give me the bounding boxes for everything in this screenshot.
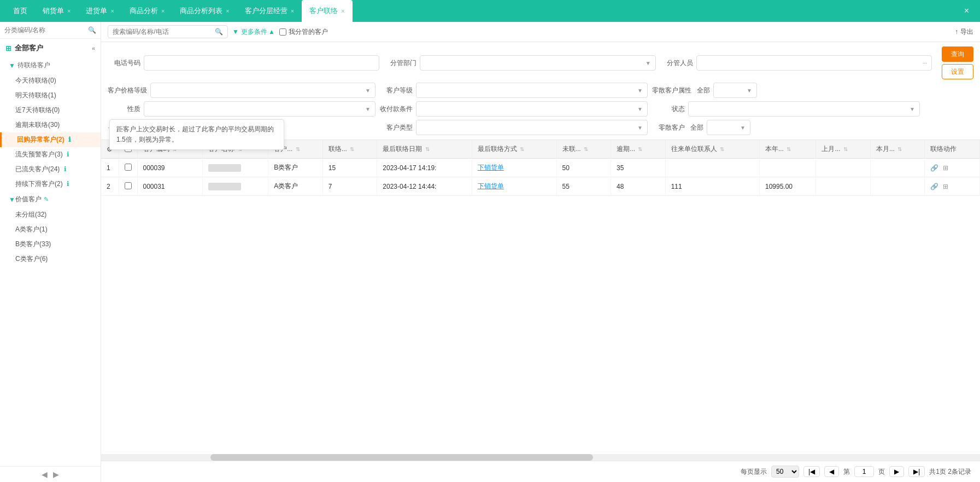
cell-actions: 🔗 ⊞ [925, 159, 980, 177]
search-icon[interactable]: 🔍 [215, 28, 223, 36]
sidebar-collapse-button[interactable]: ◀ [42, 470, 48, 479]
manager-select[interactable]: ··· [696, 55, 932, 71]
sidebar-search-input[interactable] [4, 26, 88, 34]
my-customers-checkbox[interactable]: 我分管的客户 [279, 27, 328, 37]
chevron-down-icon: ▼ [637, 88, 643, 94]
edit-icon[interactable]: ✎ [44, 196, 49, 203]
filter-cell-dept: 分管部门 ▼ [384, 55, 655, 71]
col-last-contact-method[interactable]: 最后联络方式 ⇅ [472, 140, 556, 159]
sidebar-item-declining[interactable]: 持续下滑客户(2) ℹ [0, 177, 101, 191]
price-level-select[interactable]: ▼ [150, 83, 375, 98]
payment-select[interactable]: ▼ [416, 101, 648, 117]
more-conditions-button[interactable]: ▼ 更多条件 ▲ [232, 27, 275, 37]
cell-num: 2 [101, 177, 119, 196]
setting-button[interactable]: 设置 [942, 64, 973, 79]
sidebar-item-ungrouped[interactable]: 未分组(32) [0, 207, 101, 222]
sidebar-item-class-a[interactable]: A类客户(1) [0, 222, 101, 237]
sidebar-item-tomorrow[interactable]: 明天待联络(1) [0, 88, 101, 103]
close-icon[interactable]: × [291, 8, 294, 14]
sidebar-item-class-c[interactable]: C类客户(6) [0, 252, 101, 266]
cell-uncontacted: 50 [556, 159, 611, 177]
export-button[interactable]: ↑ 导出 [955, 27, 973, 37]
col-overdue[interactable]: 逾期... ⇅ [611, 140, 666, 159]
sort-icon: ⇅ [638, 146, 642, 152]
sidebar-item-class-b[interactable]: B类客户(33) [0, 237, 101, 252]
col-last-contact-date[interactable]: 最后联络日期 ⇅ [377, 140, 472, 159]
link-action-icon[interactable]: 🔗 [930, 183, 938, 190]
search-icon[interactable]: 🔍 [88, 26, 96, 34]
retail-customer-select[interactable]: ▼ [707, 120, 750, 135]
dept-select[interactable]: ▼ [420, 55, 655, 71]
my-customers-check[interactable] [279, 28, 286, 36]
sidebar-value-customer-group[interactable]: ▼ 价值客户 ✎ [0, 191, 101, 207]
sidebar-item-churn-warning[interactable]: 流失预警客户(3) ℹ [0, 147, 101, 162]
next-page-button[interactable]: ▶ [889, 466, 904, 477]
prev-page-button[interactable]: ◀ [824, 466, 839, 477]
filter-row-3: 性质 ▼ 收付款条件 ▼ 状态 [108, 101, 973, 117]
col-unit-contact[interactable]: 往来单位联系人 ⇅ [665, 140, 759, 159]
sort-icon: ⇅ [425, 146, 430, 152]
status-select[interactable]: ▼ [688, 101, 920, 117]
close-icon[interactable]: × [67, 8, 71, 14]
sidebar-expand-button[interactable]: ▶ [53, 470, 59, 479]
grid-action-icon[interactable]: ⊞ [943, 183, 948, 190]
close-icon[interactable]: × [110, 8, 114, 14]
col-contact-count[interactable]: 联络... ⇅ [322, 140, 377, 159]
grid-action-icon[interactable]: ⊞ [943, 164, 948, 172]
collapse-icon[interactable]: « [92, 45, 95, 51]
retail-customer-value: 全部 [690, 123, 703, 132]
nav-customer-layer[interactable]: 客户分层经营 × [237, 0, 302, 22]
action-icons-group: 🔗 ⊞ [930, 164, 974, 172]
col-uncontacted[interactable]: 未联... ⇅ [556, 140, 611, 159]
close-icon[interactable]: × [161, 8, 165, 14]
cell-this-year: 10995.00 [759, 177, 815, 196]
first-page-button[interactable]: |◀ [803, 466, 820, 477]
info-icon: ℹ [64, 165, 67, 173]
sidebar-item-7days[interactable]: 近7天待联络(0) [0, 103, 101, 118]
chevron-down-icon: ▼ [909, 106, 915, 112]
nature-select[interactable]: ▼ [144, 101, 375, 117]
customer-name-blurred [208, 183, 241, 190]
nav-home[interactable]: 首页 [5, 0, 35, 22]
scrollbar-thumb[interactable] [210, 454, 593, 461]
nav-customer-contact[interactable]: 客户联络 × [302, 0, 352, 22]
cell-overdue: 35 [611, 159, 666, 177]
horizontal-scrollbar[interactable] [101, 454, 980, 461]
sidebar-item-overdue[interactable]: 逾期未联络(30) [0, 118, 101, 132]
close-all-button[interactable]: × [964, 6, 969, 16]
sort-icon: ⇅ [787, 146, 791, 152]
last-page-button[interactable]: ▶| [908, 466, 925, 477]
row-checkbox[interactable] [125, 164, 132, 171]
sidebar-item-today[interactable]: 今天待联络(0) [0, 73, 101, 88]
filter-cell-price-level: 客户价格等级 ▼ [108, 83, 375, 98]
nav-sales[interactable]: 销货单 × [35, 0, 78, 22]
customer-level-select[interactable]: ▼ [416, 83, 648, 98]
all-customers-title[interactable]: ⊞ 全部客户 « [0, 39, 101, 57]
col-this-month[interactable]: 本月... ⇅ [870, 140, 925, 159]
nav-purchase[interactable]: 进货单 × [78, 0, 121, 22]
row-checkbox[interactable] [125, 182, 132, 189]
sort-icon: ⇅ [584, 146, 588, 152]
sidebar-group-waiting[interactable]: ▼ 待联络客户 [0, 57, 101, 73]
retail-attr-select[interactable]: ▼ [713, 83, 757, 98]
main-search-input[interactable] [113, 28, 213, 36]
page-number-input[interactable] [854, 466, 874, 477]
last-method-link[interactable]: 下销货单 [478, 164, 504, 171]
sidebar-item-churned[interactable]: 已流失客户(24) ℹ [0, 162, 101, 177]
col-last-month[interactable]: 上月... ⇅ [816, 140, 871, 159]
customer-type-select[interactable]: ▼ [416, 120, 648, 135]
close-icon[interactable]: × [341, 8, 344, 14]
phone-input[interactable] [144, 55, 379, 71]
sidebar-item-abnormal-repurchase[interactable]: 回购异常客户(2) ℹ [0, 132, 101, 147]
col-this-year[interactable]: 本年... ⇅ [759, 140, 815, 159]
link-action-icon[interactable]: 🔗 [930, 164, 938, 172]
cell-this-month [870, 159, 925, 177]
sidebar-bottom: ◀ ▶ [0, 466, 101, 482]
nav-product-analysis[interactable]: 商品分析 × [122, 0, 172, 22]
nav-product-list[interactable]: 商品分析列表 × [172, 0, 237, 22]
close-icon[interactable]: × [226, 8, 229, 14]
query-button[interactable]: 查询 [942, 47, 973, 62]
last-method-link[interactable]: 下销货单 [478, 182, 504, 190]
info-icon: ℹ [67, 180, 69, 188]
per-page-select[interactable]: 50 100 200 [771, 466, 799, 478]
